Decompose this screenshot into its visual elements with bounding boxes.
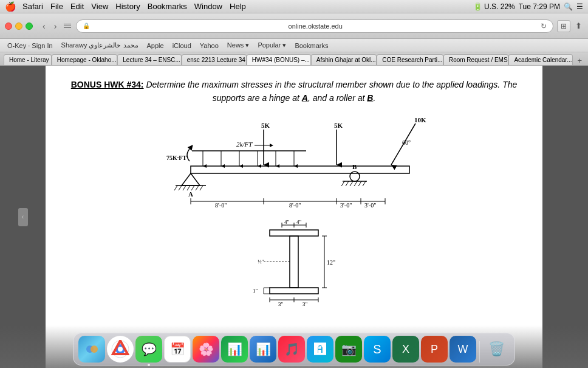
traffic-lights xyxy=(5,23,33,30)
problem-bold-title: BONUS HWK #34: xyxy=(71,80,144,89)
menubar: 🍎 Safari File Edit View History Bookmark… xyxy=(0,0,588,13)
svg-text:B: B xyxy=(352,163,357,170)
diagram-container: 2k/FT 5K 5K 10K 60° 75K·FT xyxy=(64,111,524,312)
bookmark-apple[interactable]: Apple xyxy=(143,41,168,50)
svg-text:1": 1" xyxy=(253,288,258,294)
pdf-content: BONUS HWK #34: Determine the maximum str… xyxy=(46,66,542,368)
sidebar-right xyxy=(542,66,588,368)
svg-line-20 xyxy=(174,186,177,190)
svg-line-31 xyxy=(346,181,349,186)
svg-text:5K: 5K xyxy=(334,122,343,129)
menubar-help[interactable]: Help xyxy=(230,2,246,11)
dock-calendar[interactable]: 📅 xyxy=(164,336,191,363)
dock-chrome[interactable] xyxy=(107,336,134,363)
svg-line-32 xyxy=(350,181,353,186)
svg-text:5K: 5K xyxy=(261,122,270,129)
menu-icon[interactable]: ☰ xyxy=(576,2,583,11)
sidebar-left-arrow[interactable]: ‹ xyxy=(18,208,28,226)
problem-description: Determine the maximum stresses in the st… xyxy=(146,80,517,103)
tab-lecture34[interactable]: Lecture 34 – ENSC... xyxy=(117,54,181,65)
reload-button[interactable]: ↻ xyxy=(541,22,547,30)
bookmark-okey[interactable]: O-Key · Sign In xyxy=(4,41,56,50)
svg-point-79 xyxy=(91,345,98,353)
bookmark-popular[interactable]: Popular ▾ xyxy=(254,41,290,50)
tab-coe[interactable]: COE Research Parti... xyxy=(377,54,443,65)
svg-text:75K·FT: 75K·FT xyxy=(166,154,186,161)
bookmark-yahoo[interactable]: Yahoo xyxy=(196,41,222,50)
menubar-file[interactable]: File xyxy=(50,2,63,11)
dock-itunes[interactable]: 🎵 xyxy=(278,336,305,363)
tab-ensc2213[interactable]: ensc 2213 Lecture 34 xyxy=(182,54,247,65)
battery-status: 🔋 U.S. 22% xyxy=(473,2,515,11)
svg-text:4": 4" xyxy=(284,219,290,225)
dock-finder[interactable] xyxy=(78,336,105,363)
menubar-window[interactable]: Window xyxy=(194,2,222,11)
svg-line-22 xyxy=(183,186,186,190)
tab-literay[interactable]: Home - Literay xyxy=(4,54,52,65)
svg-text:10K: 10K xyxy=(414,116,426,123)
dock-appstore[interactable]: 🅰 xyxy=(307,336,333,363)
back-button[interactable]: ‹ xyxy=(40,20,48,32)
bookmark-icloud[interactable]: iCloud xyxy=(169,41,195,50)
minimize-button[interactable] xyxy=(15,23,22,30)
dock-photos[interactable]: 🌸 xyxy=(193,336,219,363)
svg-line-34 xyxy=(358,181,361,186)
svg-text:3'-0": 3'-0" xyxy=(340,202,352,209)
dock-trash[interactable]: 🗑️ xyxy=(483,336,510,363)
svg-line-35 xyxy=(363,181,366,186)
tab-homepage[interactable]: Homepage - Oklaho... xyxy=(52,54,118,65)
svg-text:½": ½" xyxy=(258,259,264,265)
dock-excel[interactable]: X xyxy=(392,336,419,363)
svg-line-25 xyxy=(196,186,199,190)
tab-afshin[interactable]: Afshin Ghajar at Okl... xyxy=(311,54,377,65)
tab-room[interactable]: Room Request / EMS xyxy=(443,54,509,65)
menubar-status: 🔋 U.S. 22% Tue 7:29 PM 🔍 ☰ xyxy=(473,2,583,11)
forward-button[interactable]: › xyxy=(52,20,60,32)
bookmark-news[interactable]: News ▾ xyxy=(224,41,253,50)
tab-calendar[interactable]: Academic Calendar... xyxy=(508,54,573,65)
dock-word[interactable]: W xyxy=(450,336,476,363)
close-button[interactable] xyxy=(5,23,12,30)
problem-title: BONUS HWK #34: Determine the maximum str… xyxy=(64,78,524,105)
browser-toolbar: ‹ › 🔒 online.okstate.edu ↻ ⊞ ⬆ xyxy=(0,13,588,39)
svg-text:3": 3" xyxy=(278,301,284,307)
svg-line-21 xyxy=(179,186,182,190)
dock-container: 💬 📅 🌸 📊 📊 🎵 🅰 📷 S xyxy=(0,325,588,368)
tab-hw34[interactable]: HW#34 (BONUS) –... xyxy=(247,54,311,65)
new-tab-button[interactable]: + xyxy=(575,56,584,65)
tabs-bar: Home - Literay Homepage - Oklaho... Lect… xyxy=(0,52,588,66)
menubar-history[interactable]: History xyxy=(115,2,140,11)
svg-line-33 xyxy=(354,181,357,186)
bookmark-sharawy[interactable]: Sharawy محمد خالشرعاوي xyxy=(58,41,142,50)
dock-keynote[interactable]: 📊 xyxy=(250,336,276,363)
share-button[interactable]: ⬆ xyxy=(574,20,583,32)
sidebar-toggle[interactable] xyxy=(64,24,71,28)
reader-button[interactable]: ⊞ xyxy=(557,20,570,32)
menubar-safari[interactable]: Safari xyxy=(22,2,43,11)
main-content: ‹ BONUS HWK #34: Determine the maximum s… xyxy=(0,66,588,368)
lock-icon: 🔒 xyxy=(83,23,90,29)
dock-messages[interactable]: 💬 xyxy=(135,336,162,363)
svg-rect-52 xyxy=(270,288,318,294)
url-text: online.okstate.edu xyxy=(92,23,538,30)
svg-text:2k/FT: 2k/FT xyxy=(236,141,253,148)
menubar-view[interactable]: View xyxy=(91,2,108,11)
dock-powerpoint[interactable]: P xyxy=(421,336,448,363)
apple-menu[interactable]: 🍎 xyxy=(5,1,16,12)
dock-facetime[interactable]: 📷 xyxy=(335,336,362,363)
menubar-edit[interactable]: Edit xyxy=(70,2,84,11)
svg-text:3": 3" xyxy=(303,301,308,307)
dock-numbers[interactable]: 📊 xyxy=(221,336,248,363)
svg-marker-18 xyxy=(182,173,200,186)
search-icon[interactable]: 🔍 xyxy=(564,2,573,11)
dock-skype[interactable]: S xyxy=(364,336,391,363)
svg-line-26 xyxy=(200,186,203,190)
sidebar-left: ‹ xyxy=(0,66,46,368)
maximize-button[interactable] xyxy=(26,23,33,30)
svg-text:4": 4" xyxy=(296,219,302,225)
url-bar[interactable]: 🔒 online.okstate.edu ↻ xyxy=(76,19,553,33)
svg-text:A: A xyxy=(188,190,193,198)
menubar-bookmarks[interactable]: Bookmarks xyxy=(148,2,187,11)
bookmark-bookmarks[interactable]: Bookmarks xyxy=(291,41,332,50)
bookmarks-bar: O-Key · Sign In Sharawy محمد خالشرعاوي A… xyxy=(0,39,588,52)
